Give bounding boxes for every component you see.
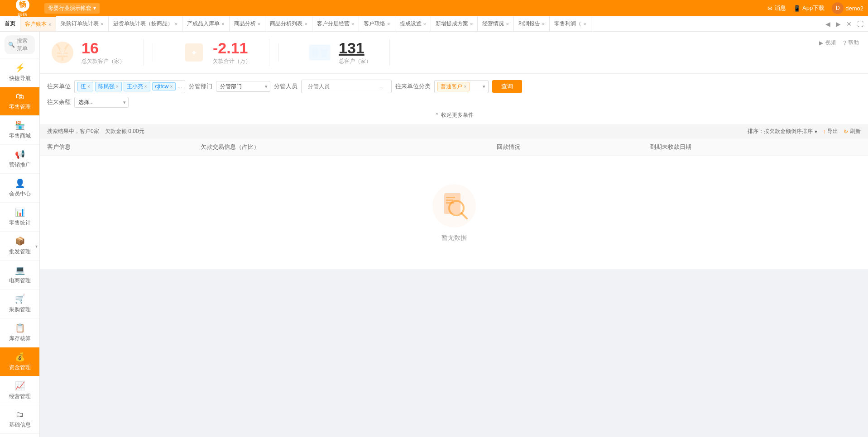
app-download-btn[interactable]: 📱 App下载: [793, 4, 825, 12]
filter-tag-3-close[interactable]: ×: [144, 84, 147, 89]
manager-input-wrapper[interactable]: ...: [301, 80, 392, 93]
finance-mgmt-label: 资金管理: [9, 364, 31, 371]
video-help-btn[interactable]: ▶ 视频: [819, 39, 836, 47]
quick-nav-label: 快捷导航: [9, 75, 31, 82]
sort-select[interactable]: 排序：按欠款金额倒序排序 ▾: [748, 128, 817, 135]
help-label: 帮助: [848, 39, 859, 47]
tab-customer-contact[interactable]: 客户联络 ×: [359, 16, 395, 32]
quick-nav-icon: ⚡: [15, 63, 25, 73]
dept-select[interactable]: 分管部门: [216, 81, 270, 92]
download-icon: 📱: [793, 5, 801, 12]
unit-filter-tags[interactable]: 伍 × 陈民强 × 王小亮 × cjttcw ×: [74, 80, 185, 93]
dept-select-wrapper[interactable]: 分管部门: [216, 81, 270, 92]
filter-tag-3[interactable]: 王小亮 ×: [124, 82, 150, 91]
tab-home[interactable]: 首页: [0, 16, 20, 32]
filter-tag-1-close[interactable]: ×: [87, 84, 90, 89]
account-selector[interactable]: 母婴行业演示帐套 ▾: [44, 3, 100, 14]
unit-class-tag-close[interactable]: ×: [464, 84, 466, 89]
manager-input[interactable]: [304, 81, 379, 91]
sidebar-item-batch-mgmt[interactable]: 📦 批发管理: [0, 232, 39, 261]
sidebar-item-retail-mgmt[interactable]: 🛍 零售管理: [0, 87, 39, 116]
tab-operation-close[interactable]: ×: [506, 21, 508, 27]
help-btn[interactable]: ? 帮助: [843, 39, 859, 47]
tab-goods-analysis-list[interactable]: 商品分析列表 ×: [265, 16, 312, 32]
tab-goods-analysis[interactable]: 商品分析 ×: [230, 16, 265, 32]
sidebar-item-purchase-mgmt[interactable]: 🛒 采购管理: [0, 290, 39, 318]
tab-profit-report[interactable]: 利润报告 ×: [514, 16, 550, 32]
remainder-select-wrapper[interactable]: 选择...: [74, 97, 129, 108]
sidebar-item-ecommerce-mgmt[interactable]: 💻 电商管理: [0, 261, 39, 290]
stat-debt-icon: ✦: [182, 41, 205, 64]
retail-stats-label: 零售统计: [9, 219, 31, 227]
top-bar-right: ✉ 消息 📱 App下载 D demo2: [767, 2, 863, 14]
svg-rect-6: [321, 49, 327, 57]
sidebar-item-inventory-check[interactable]: 📋 库存核算: [0, 318, 39, 347]
tab-purchase-order-close[interactable]: ×: [101, 21, 103, 27]
nav-prev-btn[interactable]: ◀: [824, 19, 832, 28]
retail-stats-icon: 📊: [15, 207, 25, 217]
tab-profit-report-close[interactable]: ×: [542, 21, 545, 27]
sidebar-item-retail-stats[interactable]: 📊 零售统计: [0, 203, 39, 232]
video-icon: ▶: [819, 40, 823, 46]
filter-tag-1[interactable]: 伍 ×: [77, 82, 93, 91]
tab-customer-contact-close[interactable]: ×: [387, 21, 390, 27]
account-arrow: ▾: [93, 5, 96, 11]
sidebar-item-sys-mgmt[interactable]: ⚙️ 系统管理: [0, 434, 39, 437]
tab-new-proposal-label: 新增提成方案: [436, 20, 468, 28]
tab-customer-seg[interactable]: 客户分层经营 ×: [312, 16, 359, 32]
remainder-select[interactable]: 选择...: [74, 97, 129, 108]
message-btn[interactable]: ✉ 消息: [767, 4, 786, 12]
export-btn[interactable]: ↑ 导出: [823, 128, 838, 135]
tab-goods-analysis-close[interactable]: ×: [258, 21, 260, 27]
svg-rect-10: [446, 200, 453, 201]
dept-filter-label: 分管部门: [189, 82, 212, 90]
tab-operation[interactable]: 经营情况 ×: [478, 16, 513, 32]
avatar: D: [832, 2, 844, 14]
refresh-btn[interactable]: ↻ 刷新: [844, 128, 861, 135]
sidebar-item-operation-mgmt[interactable]: 📈 经营管理: [0, 376, 39, 405]
collapse-toggle[interactable]: ⌃ 收起更多条件: [47, 111, 861, 119]
tab-new-proposal[interactable]: 新增提成方案 ×: [431, 16, 478, 32]
tab-purchase-order[interactable]: 采购订单统计表 ×: [56, 16, 108, 32]
tab-retail-profit[interactable]: 零售利润（ ×: [550, 16, 591, 32]
tab-purchase-order-label: 采购订单统计表: [61, 20, 99, 28]
marketing-icon: 📢: [15, 149, 25, 159]
nav-next-btn[interactable]: ▶: [834, 19, 843, 28]
more-tags-btn[interactable]: ...: [177, 83, 182, 90]
sidebar-item-finance-mgmt[interactable]: 💰 资金管理: [0, 347, 39, 376]
user-menu[interactable]: D demo2: [832, 2, 863, 14]
tab-import-stats[interactable]: 进货单统计表（按商品） ×: [109, 16, 182, 32]
marketing-label: 营销推广: [9, 161, 31, 169]
tab-customer-seg-close[interactable]: ×: [351, 21, 354, 27]
sidebar-item-member-center[interactable]: 👤 会员中心: [0, 174, 39, 203]
tab-goods-analysis-list-close[interactable]: ×: [304, 21, 307, 27]
nav-expand-btn[interactable]: ⛶: [855, 19, 865, 28]
query-button[interactable]: 查询: [492, 80, 522, 93]
sidebar-search-box[interactable]: 🔍 搜索菜单: [5, 35, 35, 54]
sidebar-item-marketing[interactable]: 📢 营销推广: [0, 145, 39, 174]
nav-close-all-btn[interactable]: ✕: [844, 19, 854, 28]
filter-tag-4-close[interactable]: ×: [170, 84, 173, 89]
unit-class-select-wrapper[interactable]: 普通客户 × ▾: [434, 80, 489, 93]
tab-proposal-settings[interactable]: 提成设置 ×: [395, 16, 431, 32]
manager-more-btn[interactable]: ...: [379, 84, 384, 89]
filter-tag-2-close[interactable]: ×: [116, 84, 119, 89]
tab-retail-profit-close[interactable]: ×: [583, 21, 586, 27]
sidebar-item-retail-mall[interactable]: 🏪 零售商城: [0, 116, 39, 145]
tab-customers-close[interactable]: ×: [48, 22, 51, 27]
tab-proposal-settings-close[interactable]: ×: [423, 21, 426, 27]
tab-import-stats-close[interactable]: ×: [175, 21, 177, 27]
tab-new-proposal-close[interactable]: ×: [470, 21, 473, 27]
help-icon: ?: [843, 40, 846, 46]
filter-tag-4[interactable]: cjttcw ×: [152, 82, 176, 90]
tab-profit-report-label: 利润报告: [518, 20, 540, 28]
tab-product-in-close[interactable]: ×: [221, 21, 224, 27]
tab-product-in[interactable]: 产成品入库单 ×: [182, 16, 229, 32]
tab-customers[interactable]: 客户账本 ×: [20, 16, 56, 32]
unit-class-tag[interactable]: 普通客户 ×: [437, 82, 470, 91]
stat-customers-icon: [308, 41, 331, 64]
sidebar-item-basic-info[interactable]: 🗂 基础信息: [0, 405, 39, 434]
filter-tag-2[interactable]: 陈民强 ×: [95, 82, 122, 91]
sidebar-item-quick-nav[interactable]: ⚡ 快捷导航: [0, 58, 39, 87]
filter-tag-2-text: 陈民强: [98, 83, 115, 90]
